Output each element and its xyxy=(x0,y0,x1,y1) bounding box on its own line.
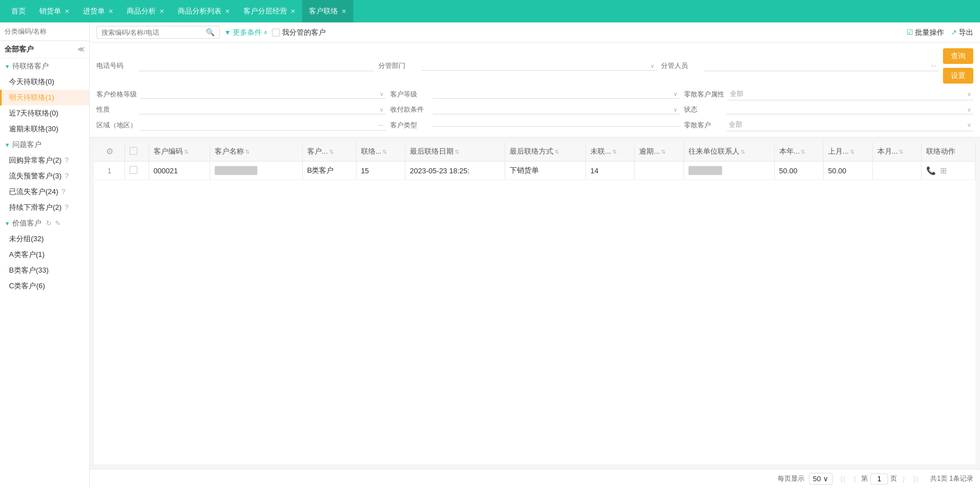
select-all-checkbox[interactable] xyxy=(130,147,137,155)
th-this-month: 本月... ⇅ xyxy=(872,142,921,162)
sidebar-item-b-class[interactable]: B类客户(33) xyxy=(0,263,89,278)
retail-customer-select[interactable]: 全部 ∨ xyxy=(727,119,973,131)
customer-level-field: 客户等级 ∨ xyxy=(390,90,679,99)
advanced-filter-panel: 电话号码 分管部门 ∨ 分管人员 ··· xyxy=(90,43,980,137)
search-box: 🔍 xyxy=(96,26,220,39)
sidebar-item-churned[interactable]: 已流失客户(24) ? xyxy=(0,184,89,200)
search-icon[interactable]: 🔍 xyxy=(206,28,215,36)
page-number-input[interactable] xyxy=(870,473,888,485)
sidebar-item-repurchase-anomaly[interactable]: 回购异常客户(2) ? xyxy=(0,153,89,168)
check-square-icon: ☑ xyxy=(907,28,913,36)
sort-year-icon[interactable]: ⇅ xyxy=(801,149,805,155)
edit-icon[interactable]: ✎ xyxy=(55,219,61,227)
prev-page-btn[interactable]: ⟨ xyxy=(850,473,859,485)
sidebar-search-area: 🔍 xyxy=(0,22,89,41)
my-customers-checkbox[interactable]: 我分管的客户 xyxy=(272,27,326,38)
collapse-icon[interactable]: ≪ xyxy=(77,45,85,53)
person-dots-icon[interactable]: ··· xyxy=(931,62,936,70)
nav-sales-order[interactable]: 销货单 ✕ xyxy=(33,0,76,22)
price-level-select[interactable]: ∨ xyxy=(140,90,386,99)
sidebar-item-tomorrow-pending[interactable]: 明天待联络(1) xyxy=(0,90,89,105)
help-icon-1[interactable]: ? xyxy=(64,172,68,180)
sidebar-item-churn-warning[interactable]: 流失预警客户(3) ? xyxy=(0,168,89,184)
dept-select[interactable]: ∨ xyxy=(421,62,656,71)
first-page-btn[interactable]: ⟨⟨ xyxy=(837,473,848,485)
area-select[interactable]: ··· xyxy=(140,120,386,131)
phone-action-icon[interactable]: 📞 xyxy=(926,166,936,175)
th-this-year: 本年... ⇅ xyxy=(774,142,823,162)
page-suffix-label: 页 xyxy=(890,474,897,484)
refresh-icon[interactable]: ↻ xyxy=(46,219,52,227)
gender-chevron-icon: ∨ xyxy=(380,107,383,113)
sort-this-month-icon[interactable]: ⇅ xyxy=(899,149,903,155)
sidebar-item-today-pending[interactable]: 今天待联络(0) xyxy=(0,74,89,90)
more-conditions-btn[interactable]: ▼ 更多条件 ∧ xyxy=(224,27,267,38)
sort-type-icon[interactable]: ⇅ xyxy=(329,149,334,155)
area-dots-icon[interactable]: ··· xyxy=(378,121,383,129)
retail-attr-label: 零散客户属性 xyxy=(684,90,724,99)
nav-product-analysis-list[interactable]: 商品分析列表 ✕ xyxy=(171,0,237,22)
close-product-analysis-list-icon[interactable]: ✕ xyxy=(225,8,230,15)
close-sales-order-icon[interactable]: ✕ xyxy=(64,8,70,15)
sort-name-icon[interactable]: ⇅ xyxy=(245,149,249,155)
sidebar-item-overdue-pending[interactable]: 逾期未联络(30) xyxy=(0,121,89,137)
contact-method-link[interactable]: 下销货单 xyxy=(510,166,539,174)
gear-settings-icon[interactable]: ⚙ xyxy=(106,146,113,156)
pending-group-title[interactable]: ▼ 待联络客户 xyxy=(0,58,89,74)
sort-method-icon[interactable]: ⇅ xyxy=(554,149,559,155)
sidebar-item-ungrouped[interactable]: 未分组(32) xyxy=(0,231,89,247)
next-page-btn[interactable]: ⟩ xyxy=(899,473,908,485)
problem-group-title[interactable]: ▼ 问题客户 xyxy=(0,137,89,153)
sidebar-item-7days-pending[interactable]: 近7天待联络(0) xyxy=(0,105,89,121)
export-btn[interactable]: ↗ 导出 xyxy=(951,27,973,38)
close-customer-tiering-icon[interactable]: ✕ xyxy=(290,8,295,15)
price-level-chevron-icon: ∨ xyxy=(380,91,383,97)
nav-purchase-order[interactable]: 进货单 ✕ xyxy=(76,0,120,22)
sort-overdue-icon[interactable]: ⇅ xyxy=(661,149,665,155)
sort-person-icon[interactable]: ⇅ xyxy=(741,149,745,155)
value-group-title[interactable]: ▼ 价值客户 ↻ ✎ xyxy=(0,215,89,231)
sidebar-item-a-class[interactable]: A类客户(1) xyxy=(0,247,89,263)
retail-attr-select[interactable]: 全部 ∨ xyxy=(728,88,973,100)
last-page-btn[interactable]: ⟩⟩ xyxy=(910,473,921,485)
person-select[interactable]: ··· xyxy=(704,61,939,71)
sort-date-icon[interactable]: ⇅ xyxy=(455,149,459,155)
gender-select[interactable]: ∨ xyxy=(139,105,386,114)
grid-action-icon[interactable]: ⊞ xyxy=(940,166,947,175)
nav-customer-contact[interactable]: 客户联络 ✕ xyxy=(302,0,353,22)
close-customer-contact-icon[interactable]: ✕ xyxy=(341,8,346,15)
nav-product-analysis[interactable]: 商品分析 ✕ xyxy=(120,0,171,22)
query-button[interactable]: 查询 xyxy=(943,48,973,64)
sort-last-month-icon[interactable]: ⇅ xyxy=(850,149,854,155)
payment-select[interactable]: ∨ xyxy=(433,105,679,114)
customer-level-select[interactable]: ∨ xyxy=(433,90,679,99)
customer-type-select[interactable] xyxy=(433,124,679,127)
close-product-analysis-icon[interactable]: ✕ xyxy=(159,8,164,15)
search-input[interactable] xyxy=(101,29,204,36)
sort-code-icon[interactable]: ⇅ xyxy=(184,149,188,155)
th-contact-person: 往来单位联系人 ⇅ xyxy=(683,142,774,162)
value-group-label: 价值客户 xyxy=(12,218,41,228)
phone-input[interactable] xyxy=(139,61,374,71)
per-page-select[interactable]: 50 ∨ xyxy=(809,473,833,485)
my-customers-check-icon[interactable] xyxy=(272,29,280,36)
th-action: 联络动作 xyxy=(921,142,975,162)
batch-op-btn[interactable]: ☑ 批量操作 xyxy=(907,27,944,38)
sidebar-item-declining[interactable]: 持续下滑客户(2) ? xyxy=(0,200,89,215)
sort-unpaid-icon[interactable]: ⇅ xyxy=(612,149,617,155)
sidebar-item-c-class[interactable]: C类客户(6) xyxy=(0,278,89,294)
close-purchase-order-icon[interactable]: ✕ xyxy=(108,8,113,15)
help-icon-0[interactable]: ? xyxy=(64,156,68,164)
help-icon-2[interactable]: ? xyxy=(61,187,65,196)
nav-customer-tiering[interactable]: 客户分层经营 ✕ xyxy=(237,0,302,22)
settings-button[interactable]: 设置 xyxy=(943,68,973,84)
row-checkbox[interactable] xyxy=(130,166,137,174)
sidebar-search-input[interactable] xyxy=(4,27,89,35)
all-customers-header[interactable]: 全部客户 ≪ xyxy=(0,41,89,58)
status-select[interactable]: ∨ xyxy=(727,105,973,114)
th-last-contact-date: 最后联络日期 ⇅ xyxy=(405,142,505,162)
th-customer-type: 客户... ⇅ xyxy=(302,142,356,162)
nav-home[interactable]: 首页 xyxy=(4,0,33,22)
help-icon-3[interactable]: ? xyxy=(64,203,68,211)
sort-contact-icon[interactable]: ⇅ xyxy=(382,149,387,155)
